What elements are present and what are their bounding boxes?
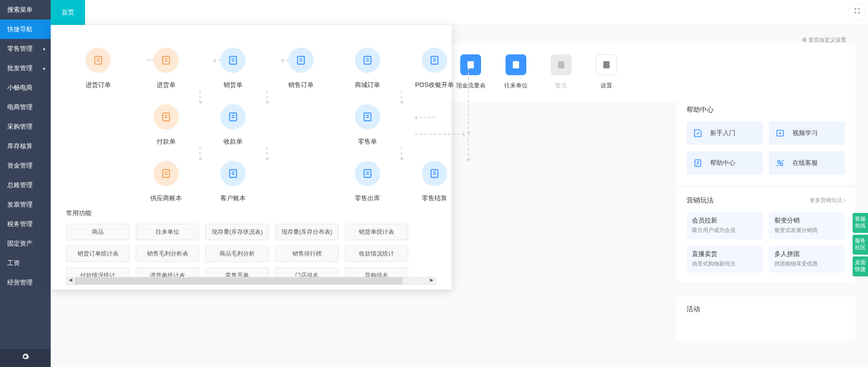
flow-node-n12[interactable]: 零售结算 <box>401 161 468 203</box>
help-item-0[interactable]: 新手入门 <box>687 121 763 145</box>
sidebar-item-7[interactable]: 库存核算 <box>0 136 51 156</box>
flow-node-n4[interactable]: 商城订单 <box>334 48 401 89</box>
sidebar-item-4[interactable]: 小畅电商 <box>0 78 51 97</box>
flow-node-label: POS收银开单 <box>401 81 468 89</box>
flow-node-label: 零售结算 <box>401 194 468 203</box>
sidebar-item-8[interactable]: 资金管理 <box>0 156 51 175</box>
flow-node-icon <box>288 48 314 73</box>
common-fn-0[interactable]: 商品 <box>66 224 129 240</box>
tab-0[interactable]: 首页 <box>51 0 85 25</box>
sidebar-item-2[interactable]: 零售管理▾ <box>0 39 51 58</box>
flow-node-n8[interactable]: 零售单 <box>334 104 401 146</box>
market-item-title: 裂变分销 <box>774 217 839 225</box>
flow-node-n10[interactable]: 客户账本 <box>199 161 267 203</box>
sidebar-item-1[interactable]: 快捷导航 <box>0 19 51 39</box>
quick-icon-3[interactable]: 设置 <box>585 54 628 90</box>
float-button-1[interactable]: 服务社区 <box>853 235 868 255</box>
activity-card: 活动 <box>677 297 855 341</box>
sidebar-settings[interactable] <box>0 349 51 367</box>
svg-rect-2 <box>558 61 564 68</box>
flow-node-icon <box>422 48 447 73</box>
flow-node-n5[interactable]: POS收银开单 <box>401 48 468 89</box>
quick-icon-2[interactable]: 暂无 <box>539 54 583 90</box>
sidebar-item-5[interactable]: 电商管理 <box>0 97 51 117</box>
flow-node-label: 商城订单 <box>334 81 401 89</box>
flow-node-n1[interactable]: 进货单 <box>132 48 200 89</box>
common-fn-9[interactable]: 收款情况统计 <box>345 246 408 262</box>
flow-node-label: 零售出库 <box>334 194 401 203</box>
common-fn-6[interactable]: 销售毛利分析表 <box>136 246 199 262</box>
scroll-right-button[interactable]: ▶ <box>428 277 436 285</box>
help-item-2[interactable]: 帮助中心 <box>687 151 763 175</box>
sidebar-item-0[interactable]: 搜索菜单 <box>0 0 51 19</box>
quick-nav-flyout: 进货订单进货单销货单销售订单商城订单POS收银开单付款单收款单零售单供应商账本客… <box>51 25 452 290</box>
sidebar-item-11[interactable]: 税务管理 <box>0 214 51 234</box>
flow-node-icon <box>153 161 179 186</box>
sidebar-item-6[interactable]: 采购管理 <box>0 117 51 136</box>
horizontal-scrollbar[interactable]: ◀ ▶ <box>66 277 436 285</box>
market-item-3[interactable]: 多人拼团拼团购物享受优惠 <box>769 246 845 273</box>
flow-node-n2[interactable]: 销货单 <box>199 48 267 89</box>
market-item-sub: 裂变式发展分销商 <box>774 227 839 234</box>
quick-icon-label: 设置 <box>585 82 628 90</box>
common-fn-8[interactable]: 销售排行榜 <box>275 246 339 262</box>
quick-icon-glyph <box>551 54 572 75</box>
sidebar-item-3[interactable]: 批发管理▾ <box>0 58 51 78</box>
scroll-left-button[interactable]: ◀ <box>67 277 75 285</box>
float-button-2[interactable]: 桌面快捷 <box>853 256 868 276</box>
common-fn-2[interactable]: 现存量(库存状况表) <box>205 224 269 240</box>
flow-node-n0[interactable]: 进货订单 <box>64 48 132 89</box>
gear-icon <box>21 353 29 361</box>
flow-node-icon <box>153 48 179 73</box>
svg-point-19 <box>778 161 781 164</box>
side-float-buttons: 客服热线服务社区桌面快捷 <box>853 213 868 278</box>
flow-node-n3[interactable]: 销售订单 <box>267 48 335 89</box>
flow-node-icon <box>86 48 111 73</box>
common-fn-3[interactable]: 现存量(库存分布表) <box>275 224 339 240</box>
flow-node-icon <box>355 161 380 186</box>
flow-node-n7[interactable]: 收款单 <box>199 104 267 146</box>
help-item-3[interactable]: 在线客服 <box>769 151 845 175</box>
chevron-down-icon: ▾ <box>43 58 45 78</box>
common-fn-4[interactable]: 销货单统计表 <box>345 224 408 240</box>
sidebar-item-10[interactable]: 发票管理 <box>0 195 51 214</box>
svg-rect-0 <box>467 61 474 68</box>
market-item-1[interactable]: 裂变分销裂变式发展分销商 <box>769 212 845 239</box>
quick-icon-label: 暂无 <box>539 82 583 90</box>
fullscreen-button[interactable] <box>849 4 865 20</box>
market-item-title: 多人拼团 <box>774 250 839 258</box>
common-fn-7[interactable]: 商品毛利分析 <box>205 246 269 262</box>
flow-node-n6[interactable]: 付款单 <box>132 104 200 146</box>
float-button-0[interactable]: 客服热线 <box>853 213 868 233</box>
help-icon <box>774 157 786 169</box>
help-item-1[interactable]: 视频学习 <box>769 121 845 145</box>
sidebar-item-13[interactable]: 工资 <box>0 253 51 273</box>
market-item-0[interactable]: 会员拉新吸引用户成为会员 <box>687 212 763 239</box>
sidebar-item-9[interactable]: 总账管理 <box>0 175 51 195</box>
scroll-track[interactable] <box>75 277 428 285</box>
flow-node-label: 零售单 <box>334 138 401 146</box>
scroll-thumb[interactable] <box>75 277 403 285</box>
help-label: 视频学习 <box>792 129 818 137</box>
more-marketing-link[interactable]: 更多营销玩法 › <box>810 197 845 204</box>
market-item-sub: 场景式购物新玩法 <box>692 260 757 268</box>
quick-icon-1[interactable]: 往来单位 <box>494 54 538 90</box>
flow-node-n9[interactable]: 供应商账本 <box>132 161 200 203</box>
common-fn-1[interactable]: 往来单位 <box>136 224 199 240</box>
market-item-sub: 拼团购物享受优惠 <box>774 260 839 268</box>
quick-icon-glyph <box>596 54 617 75</box>
help-label: 帮助中心 <box>710 159 735 167</box>
homepage-custom-settings[interactable]: ⚙ 首页自定义设置 <box>802 36 846 44</box>
common-fn-5[interactable]: 销货订单统计表 <box>66 246 129 262</box>
market-item-2[interactable]: 直播卖货场景式购物新玩法 <box>687 246 763 273</box>
chevron-down-icon: ▾ <box>43 39 45 58</box>
help-center-title: 帮助中心 <box>687 106 845 114</box>
sidebar-item-14[interactable]: 经营管理 <box>0 273 51 292</box>
market-item-sub: 吸引用户成为会员 <box>692 227 757 234</box>
flow-node-label: 付款单 <box>132 138 200 146</box>
market-item-title: 直播卖货 <box>692 250 757 258</box>
fullscreen-icon <box>854 8 860 14</box>
common-functions-grid: 商品往来单位现存量(库存状况表)现存量(库存分布表)销货单统计表销货订单统计表销… <box>51 224 452 284</box>
flow-node-n11[interactable]: 零售出库 <box>334 161 401 203</box>
sidebar-item-12[interactable]: 固定资产 <box>0 234 51 253</box>
